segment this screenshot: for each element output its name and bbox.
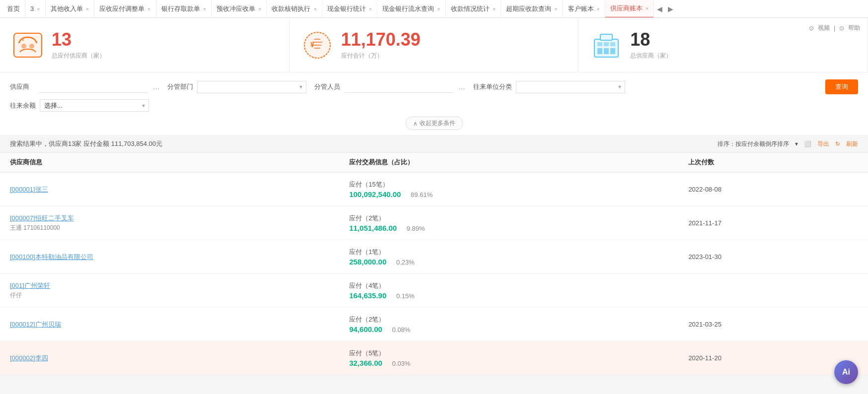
nav-tab-cash-stats[interactable]: 现金银行统计 × <box>322 0 377 18</box>
tx-pct-1: 9.89% <box>407 225 425 232</box>
svg-rect-11 <box>604 48 609 54</box>
tx-amount-row-3: 164,635.90 0.15% <box>349 291 688 300</box>
supplier-link-2[interactable]: [000100]本特勒油品有限公司 <box>10 253 349 262</box>
supplier-cell-0: [000001]张三 <box>10 185 349 194</box>
dept-select[interactable] <box>197 81 306 93</box>
nav-tab-home[interactable]: 首页 <box>2 0 25 18</box>
nav-tab-verify[interactable]: 收款核销执行 × <box>267 0 322 18</box>
nav-tab-prepay[interactable]: 预收冲应收单 × <box>212 0 267 18</box>
supplier-cell-2: [000100]本特勒油品有限公司 <box>10 253 349 262</box>
col-header-tx: 应付交易信息（占比） <box>349 158 688 167</box>
close-customer[interactable]: × <box>597 6 600 12</box>
supplier-dots[interactable]: ... <box>153 82 159 91</box>
supplier-input[interactable] <box>39 81 148 93</box>
tx-amount-5[interactable]: 32,366.00 <box>349 359 382 367</box>
nav-bar: 首页 3 × 其他收入单 × 应收应付调整单 × 银行存取款单 × 预收冲应收单… <box>0 0 868 18</box>
search-button[interactable]: 查询 <box>825 79 858 94</box>
tx-label-5: 应付（5笔） <box>349 349 688 358</box>
results-bar: 搜索结果中，供应商13家 应付金额 111,703,854.00元 排序：按应付… <box>0 135 868 153</box>
export-icon: ⬜ <box>804 140 811 147</box>
svg-rect-12 <box>610 48 615 54</box>
tx-amount-2[interactable]: 258,000.00 <box>349 258 386 266</box>
tx-cell-2: 应付（1笔） 258,000.00 0.23% <box>349 248 688 266</box>
nav-tab-overdue[interactable]: 超期应收款查询 × <box>501 0 563 18</box>
table-row: [000007]恒旺二手叉车 王通 17106110000 应付（2笔） 11,… <box>0 206 868 240</box>
nav-tab-payment-stats[interactable]: 收款情况统计 × <box>446 0 501 18</box>
tx-label-2: 应付（1笔） <box>349 248 688 257</box>
lastpay-cell-5: 2020-11-20 <box>688 354 858 362</box>
nav-next-arrow[interactable]: ▶ <box>665 0 676 18</box>
tx-cell-0: 应付（15笔） 100,092,540.00 89.61% <box>349 180 688 198</box>
close-other-income[interactable]: × <box>86 6 89 12</box>
nav-tab-supplier[interactable]: 供应商账本 × <box>605 0 654 18</box>
total-suppliers-label: 总供应商（家） <box>630 52 672 60</box>
nav-tab-other-income[interactable]: 其他收入单 × <box>46 0 94 18</box>
stat-info-payable: 13 总应付供应商（家） <box>52 30 105 60</box>
nav-tab-customer[interactable]: 客户账本 × <box>563 0 605 18</box>
category-select[interactable] <box>516 81 625 93</box>
supplier-cell-5: [000002]李四 <box>10 354 349 363</box>
person-dots[interactable]: ... <box>458 82 465 91</box>
balance-label: 往来余额 <box>10 101 36 110</box>
tx-pct-4: 0.08% <box>392 326 411 333</box>
balance-select[interactable]: 选择... <box>40 99 149 112</box>
nav-tab-payment-stats-label: 收款情况统计 <box>451 4 490 13</box>
close-prepay[interactable]: × <box>258 6 261 12</box>
help-icon: ⊙ <box>839 25 844 32</box>
tx-amount-3[interactable]: 164,635.90 <box>349 291 386 300</box>
collapse-button[interactable]: ∧ 收起更多条件 <box>406 117 463 130</box>
close-supplier[interactable]: × <box>646 5 649 11</box>
last-pay-2: 2023-01-30 <box>688 253 722 261</box>
supplier-cell-3: [001]广州荣轩 仔仔 <box>10 281 349 300</box>
collapse-chevron-icon: ∧ <box>413 120 418 127</box>
close-cash-flow[interactable]: × <box>437 6 440 12</box>
export-button[interactable]: 导出 <box>817 140 829 148</box>
supplier-sub-3: 仔仔 <box>10 291 349 300</box>
tx-amount-row-2: 258,000.00 0.23% <box>349 258 688 266</box>
sort-label: 排序：按应付余额倒序排序 <box>718 140 789 148</box>
category-select-wrap <box>516 81 625 93</box>
stat-info-total: 11,170.39 应付合计（万） <box>341 30 421 60</box>
nav-tab-cash-flow[interactable]: 现金银行流水查询 × <box>377 0 445 18</box>
dept-label: 分管部门 <box>167 82 193 91</box>
svg-point-1 <box>21 44 26 49</box>
link-separator: | <box>834 25 835 32</box>
nav-tab-prepay-label: 预收冲应收单 <box>217 4 255 13</box>
close-payment-stats[interactable]: × <box>493 6 496 12</box>
close-overdue[interactable]: × <box>554 6 557 12</box>
svg-point-2 <box>29 44 34 49</box>
tx-amount-4[interactable]: 94,600.00 <box>349 325 382 333</box>
svg-rect-7 <box>597 42 602 46</box>
refresh-button[interactable]: 刷新 <box>846 140 858 148</box>
nav-tab-3[interactable]: 3 × <box>25 0 46 18</box>
payable-total-number: 11,170.39 <box>341 30 421 50</box>
video-link[interactable]: 视频 <box>818 24 830 32</box>
nav-prev-arrow[interactable]: ◀ <box>654 0 665 18</box>
nav-tab-3-close[interactable]: × <box>37 6 40 12</box>
sort-chevron-icon[interactable]: ▾ <box>795 140 798 147</box>
table-row: [000100]本特勒油品有限公司 应付（1笔） 258,000.00 0.23… <box>0 240 868 274</box>
supplier-link-0[interactable]: [000001]张三 <box>10 185 349 194</box>
table-container: 供应商信息 应付交易信息（占比） 上次付数 [000001]张三 应付（15笔）… <box>0 153 868 375</box>
close-adjustment[interactable]: × <box>147 6 150 12</box>
help-link[interactable]: 帮助 <box>848 24 860 32</box>
video-icon: ⊙ <box>809 25 814 32</box>
supplier-link-5[interactable]: [000002]李四 <box>10 354 349 363</box>
nav-tab-cash-stats-label: 现金银行统计 <box>327 4 366 13</box>
tx-amount-1[interactable]: 11,051,486.00 <box>349 224 397 232</box>
supplier-link-4[interactable]: [000012]广州贝瑞 <box>10 320 349 329</box>
svg-rect-9 <box>610 42 615 46</box>
nav-tab-bank[interactable]: 银行存取款单 × <box>156 0 212 18</box>
filter-balance: 往来余额 选择... <box>10 99 149 112</box>
tx-cell-4: 应付（2笔） 94,600.00 0.08% <box>349 315 688 333</box>
close-cash-stats[interactable]: × <box>369 6 372 12</box>
filter-row-2: 往来余额 选择... <box>10 99 858 112</box>
close-bank[interactable]: × <box>203 6 206 12</box>
tx-amount-0[interactable]: 100,092,540.00 <box>349 190 401 198</box>
supplier-link-3[interactable]: [001]广州荣轩 <box>10 281 349 290</box>
nav-tab-adjustment[interactable]: 应收应付调整单 × <box>94 0 156 18</box>
supplier-link-1[interactable]: [000007]恒旺二手叉车 <box>10 214 349 223</box>
person-input[interactable] <box>344 81 453 93</box>
close-verify[interactable]: × <box>313 6 316 12</box>
tx-cell-3: 应付（4笔） 164,635.90 0.15% <box>349 281 688 300</box>
